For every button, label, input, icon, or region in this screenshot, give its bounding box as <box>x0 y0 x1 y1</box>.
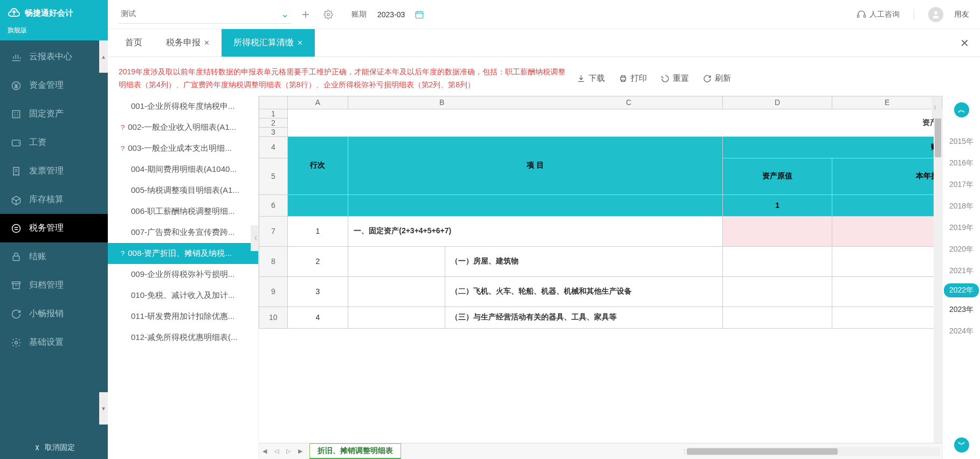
row-header[interactable]: 4 <box>259 136 288 158</box>
report-item[interactable]: 011-研发费用加计扣除优惠... <box>108 306 258 327</box>
col-header[interactable]: E <box>832 96 942 109</box>
year-item[interactable]: 2021年 <box>947 262 976 280</box>
header-item[interactable]: 项 目 <box>348 136 723 194</box>
tab-home[interactable]: 首页 <box>113 29 154 57</box>
col-header[interactable]: BC <box>348 96 723 109</box>
line-num[interactable]: 4 <box>287 307 348 328</box>
add-button[interactable] <box>298 6 314 23</box>
close-icon[interactable]: ✕ <box>297 39 303 47</box>
value-cell[interactable] <box>832 216 942 246</box>
scrollbar-thumb[interactable] <box>687 448 838 455</box>
item-cell[interactable]: 一、固定资产(2+3+4+5+6+7) <box>348 216 723 246</box>
line-num[interactable]: 3 <box>287 276 348 307</box>
value-cell[interactable] <box>832 246 942 276</box>
consult-button[interactable]: 人工咨询 <box>857 10 900 19</box>
download-button[interactable]: 下载 <box>577 73 605 84</box>
report-item[interactable]: 006-职工薪酬纳税调整明细... <box>108 201 258 222</box>
report-list-collapse[interactable]: 《 <box>251 225 258 251</box>
row-header[interactable]: 9 <box>259 276 288 307</box>
col-header[interactable]: A <box>287 96 348 109</box>
sheet-nav-last[interactable]: ▶ <box>294 448 306 455</box>
report-item[interactable]: 012-减免所得税优惠明细表(... <box>108 327 258 348</box>
value-cell[interactable] <box>832 307 942 328</box>
avatar[interactable] <box>928 7 943 22</box>
col-header[interactable]: D <box>722 96 832 109</box>
value-cell[interactable] <box>722 276 832 307</box>
line-num[interactable]: 1 <box>287 216 348 246</box>
report-item[interactable]: 010-免税、减计收入及加计... <box>108 285 258 306</box>
report-item[interactable]: ?008-资产折旧、摊销及纳税... <box>108 243 258 264</box>
row-header[interactable]: 8 <box>259 246 288 276</box>
refresh-button[interactable]: 刷新 <box>703 73 731 84</box>
report-item[interactable]: 005-纳税调整项目明细表(A1... <box>108 180 258 201</box>
col-num[interactable]: 1 <box>722 194 832 216</box>
year-item[interactable]: 2016年 <box>947 154 976 172</box>
close-icon[interactable]: ✕ <box>204 39 210 47</box>
sidebar-item-report-center[interactable]: 云报表中心 <box>0 43 108 71</box>
sidebar-item-inventory[interactable]: 库存核算 <box>0 185 108 214</box>
value-cell[interactable] <box>722 307 832 328</box>
sidebar-item-settings[interactable]: 基础设置 <box>0 328 108 357</box>
year-item[interactable]: 2023年 <box>947 301 976 319</box>
sidebar-item-salary[interactable]: 工资 <box>0 128 108 157</box>
sheet-grid[interactable]: A BC D E 1 资产 2 3 4 行次 <box>259 96 942 443</box>
settings-button[interactable] <box>320 6 336 23</box>
row-header[interactable]: 2 <box>259 118 288 127</box>
sidebar-item-invoice[interactable]: 发票管理 <box>0 157 108 185</box>
year-item[interactable]: 2024年 <box>947 322 976 340</box>
report-item[interactable]: ?002-一般企业收入明细表(A1... <box>108 117 258 138</box>
brand-logo[interactable]: 畅捷通好会计 <box>0 0 108 26</box>
year-item[interactable]: 2017年 <box>947 176 976 194</box>
sheet-nav-next[interactable]: ▷ <box>282 448 294 455</box>
year-up-button[interactable]: ︽ <box>954 102 969 117</box>
year-item[interactable]: 2019年 <box>947 219 976 237</box>
line-num[interactable]: 2 <box>287 246 348 276</box>
report-item[interactable]: 007-广告费和业务宣传费跨... <box>108 222 258 243</box>
tab-tax-report[interactable]: 税务申报✕ <box>154 29 222 57</box>
report-item[interactable]: 004-期间费用明细表(A1040... <box>108 159 258 180</box>
report-item[interactable]: 001-企业所得税年度纳税申... <box>108 96 258 117</box>
sidebar-item-tax[interactable]: 税务管理 <box>0 214 108 242</box>
header-zhang[interactable]: 账 <box>722 136 942 158</box>
company-select[interactable]: 测试 ⌄ <box>119 5 291 24</box>
sheet-expand[interactable]: 》 <box>931 97 941 119</box>
year-down-button[interactable]: ︾ <box>954 437 969 453</box>
row-header[interactable]: 7 <box>259 216 288 246</box>
print-button[interactable]: 打印 <box>619 73 647 84</box>
sidebar-item-reimburse[interactable]: 小畅报销 <box>0 300 108 328</box>
reset-button[interactable]: 重置 <box>661 73 689 84</box>
sheet-nav-first[interactable]: ◀ <box>259 448 271 455</box>
row-header[interactable]: 3 <box>259 127 288 136</box>
value-cell[interactable] <box>722 216 832 246</box>
row-header[interactable]: 5 <box>259 158 288 194</box>
item-cell[interactable]: （一）房屋、建筑物 <box>445 246 722 276</box>
username[interactable]: 用友 <box>954 10 969 19</box>
item-cell[interactable]: （二）飞机、火车、轮船、机器、机械和其他生产设备 <box>445 276 722 307</box>
vertical-scrollbar[interactable] <box>934 109 942 443</box>
sidebar-item-closing[interactable]: 结账 <box>0 242 108 271</box>
sheet-tab[interactable]: 折旧、摊销调整明细表 <box>309 443 401 459</box>
year-item[interactable]: 2015年 <box>947 133 976 151</box>
sidebar-scroll-down[interactable]: ▼ <box>99 392 108 425</box>
sheet-nav-prev[interactable]: ◁ <box>271 448 282 455</box>
sidebar-item-archive[interactable]: 归档管理 <box>0 271 108 300</box>
sidebar-item-funds[interactable]: 资金管理 <box>0 71 108 100</box>
calendar-button[interactable] <box>411 6 427 23</box>
report-item[interactable]: ?003-一般企业成本支出明细... <box>108 138 258 159</box>
horizontal-scrollbar[interactable] <box>687 447 940 456</box>
value-cell[interactable] <box>722 246 832 276</box>
year-item[interactable]: 2020年 <box>947 240 976 259</box>
header-original[interactable]: 资产原值 <box>722 158 832 194</box>
close-all-tabs[interactable]: ✕ <box>955 37 975 50</box>
value-cell[interactable] <box>832 276 942 307</box>
header-depr[interactable]: 本年折 <box>832 158 942 194</box>
tab-income-tax-settlement[interactable]: 所得税汇算清缴✕ <box>222 29 315 57</box>
sheet-title[interactable]: 资产 <box>287 109 942 136</box>
sidebar-unpin[interactable]: 取消固定 <box>0 436 108 459</box>
sidebar-scroll-up[interactable]: ▲ <box>99 40 108 73</box>
sidebar-item-fixed-assets[interactable]: 固定资产 <box>0 100 108 128</box>
item-cell[interactable]: （三）与生产经营活动有关的器具、工具、家具等 <box>445 307 722 328</box>
year-item[interactable]: 2018年 <box>947 197 976 215</box>
resize-handle[interactable]: ⋮ <box>682 443 687 459</box>
report-item[interactable]: 009-企业所得税弥补亏损明... <box>108 264 258 285</box>
